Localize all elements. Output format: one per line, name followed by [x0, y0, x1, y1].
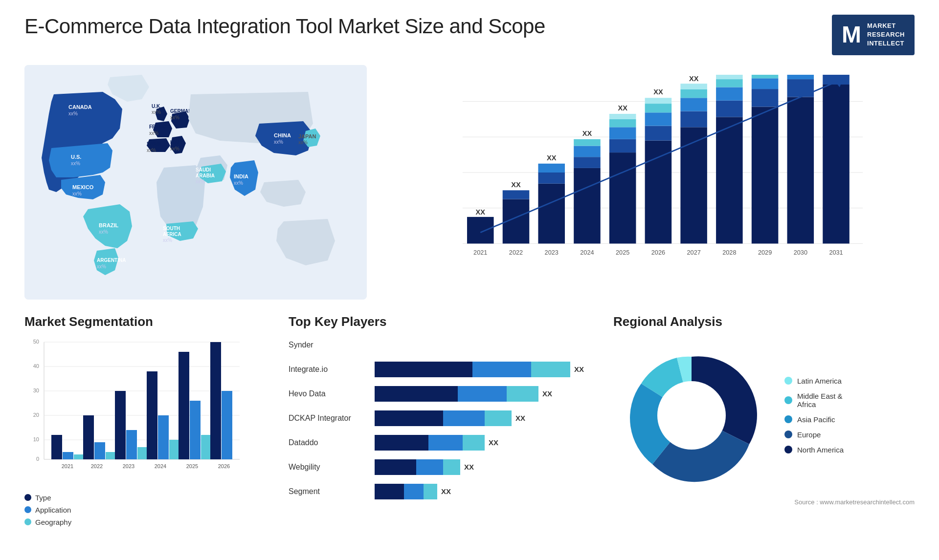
- svg-rect-78: [716, 100, 743, 117]
- svg-rect-130: [179, 352, 189, 459]
- svg-rect-50: [574, 168, 601, 243]
- svg-text:0: 0: [36, 456, 39, 462]
- svg-text:40: 40: [33, 363, 39, 369]
- player-synder: Synder: [289, 337, 584, 353]
- svg-rect-74: [680, 84, 707, 89]
- svg-text:2024: 2024: [155, 463, 166, 469]
- svg-rect-58: [609, 127, 636, 139]
- player-integrate: Integrate.io XX: [289, 362, 584, 377]
- svg-text:20: 20: [33, 412, 39, 418]
- svg-rect-86: [752, 78, 779, 89]
- svg-text:xx%: xx%: [163, 237, 172, 243]
- world-map-container: CANADA xx% U.S. xx% MEXICO xx% BRAZIL xx…: [24, 65, 367, 300]
- svg-text:xx%: xx%: [152, 109, 161, 115]
- svg-rect-38: [467, 216, 494, 243]
- svg-rect-95: [823, 85, 850, 243]
- svg-text:10: 10: [33, 436, 39, 442]
- legend-latin-america: Latin America: [784, 377, 844, 385]
- svg-rect-123: [126, 430, 137, 459]
- svg-text:xx%: xx%: [170, 115, 179, 120]
- svg-text:XX: XX: [476, 208, 486, 216]
- svg-rect-87: [752, 75, 779, 78]
- svg-rect-81: [716, 75, 743, 79]
- key-players-title: Top Key Players: [289, 314, 584, 329]
- seg-legend-application: Application: [24, 506, 259, 514]
- seg-legend-type: Type: [24, 494, 259, 502]
- svg-rect-57: [609, 139, 636, 152]
- svg-rect-115: [63, 452, 73, 459]
- svg-text:JAPAN: JAPAN: [298, 133, 316, 139]
- svg-rect-45: [538, 183, 565, 243]
- svg-rect-118: [83, 415, 94, 459]
- svg-text:xx%: xx%: [99, 229, 108, 235]
- svg-text:ITALY: ITALY: [170, 140, 184, 145]
- svg-text:2024: 2024: [580, 249, 594, 256]
- svg-text:SOUTH: SOUTH: [163, 226, 180, 231]
- svg-text:2027: 2027: [687, 249, 700, 256]
- bar-seg-mid: [472, 362, 531, 377]
- svg-rect-66: [645, 104, 672, 112]
- svg-text:ARABIA: ARABIA: [196, 173, 215, 178]
- svg-rect-85: [752, 89, 779, 107]
- bar-seg-light: [531, 362, 570, 377]
- svg-text:2025: 2025: [186, 463, 198, 469]
- header: E-Commerce Data Integration Tool Market …: [24, 15, 915, 55]
- page-container: E-Commerce Data Integration Tool Market …: [0, 0, 939, 560]
- svg-text:xx%: xx%: [71, 161, 80, 166]
- svg-text:AFRICA: AFRICA: [163, 232, 181, 237]
- svg-text:FRANCE: FRANCE: [149, 124, 170, 129]
- svg-rect-65: [645, 112, 672, 126]
- svg-rect-119: [94, 442, 105, 459]
- svg-rect-114: [51, 435, 62, 459]
- svg-rect-91: [787, 79, 814, 97]
- svg-text:50: 50: [33, 339, 39, 345]
- svg-rect-116: [74, 454, 85, 459]
- svg-rect-71: [680, 111, 707, 127]
- svg-rect-92: [787, 75, 814, 79]
- svg-text:2026: 2026: [651, 249, 665, 256]
- svg-rect-46: [538, 172, 565, 184]
- svg-rect-84: [752, 107, 779, 243]
- svg-text:2021: 2021: [473, 249, 487, 256]
- svg-rect-96: [823, 75, 850, 85]
- svg-text:CANADA: CANADA: [68, 104, 92, 110]
- svg-rect-56: [609, 152, 636, 243]
- logo-text: MARKET RESEARCH INTELLECT: [867, 22, 905, 48]
- svg-text:XX: XX: [511, 181, 521, 189]
- north-america-dot: [784, 446, 792, 453]
- svg-text:SAUDI: SAUDI: [196, 167, 211, 172]
- application-dot: [24, 506, 31, 513]
- legend-europe: Europe: [784, 431, 844, 439]
- svg-text:2022: 2022: [91, 463, 103, 469]
- svg-rect-80: [716, 79, 743, 87]
- type-dot: [24, 494, 31, 501]
- regional-analysis: Regional Analysis: [613, 314, 915, 549]
- svg-text:XX: XX: [582, 129, 592, 137]
- legend-middle-east: Middle East &Africa: [784, 392, 844, 409]
- svg-text:xx%: xx%: [234, 180, 243, 186]
- svg-rect-51: [574, 157, 601, 168]
- donut-container: Latin America Middle East &Africa Asia P…: [613, 337, 915, 494]
- svg-rect-120: [106, 452, 116, 459]
- svg-text:XX: XX: [653, 88, 663, 96]
- player-dckap: DCKAP Integrator XX: [289, 410, 584, 426]
- svg-point-138: [657, 381, 726, 450]
- market-seg-title: Market Segmentation: [24, 314, 259, 329]
- svg-rect-128: [169, 440, 180, 459]
- europe-dot: [784, 431, 792, 438]
- svg-rect-131: [190, 401, 201, 459]
- legend-north-america: North America: [784, 446, 844, 454]
- svg-rect-53: [574, 139, 601, 146]
- svg-rect-134: [210, 342, 221, 459]
- svg-text:2026: 2026: [218, 463, 230, 469]
- top-section: CANADA xx% U.S. xx% MEXICO xx% BRAZIL xx…: [24, 65, 915, 300]
- svg-text:2029: 2029: [758, 249, 772, 256]
- svg-rect-124: [137, 447, 148, 459]
- svg-text:30: 30: [33, 388, 39, 393]
- svg-text:XX: XX: [689, 75, 699, 83]
- svg-text:xx%: xx%: [147, 148, 156, 153]
- player-dataddo: Dataddo XX: [289, 435, 584, 451]
- svg-text:xx%: xx%: [298, 140, 308, 145]
- svg-text:SPAIN: SPAIN: [147, 141, 161, 147]
- svg-text:xx%: xx%: [196, 179, 205, 184]
